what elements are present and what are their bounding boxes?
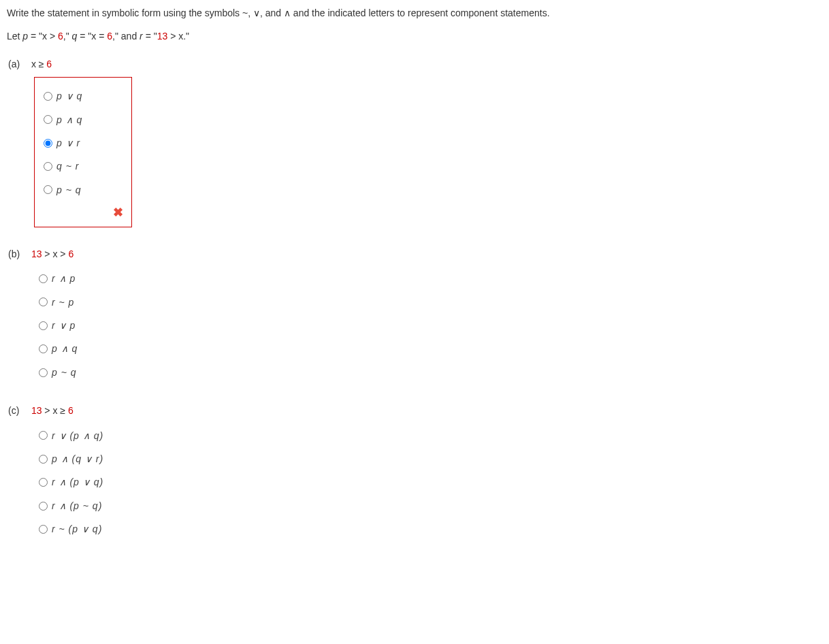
option-text: p ∧ (q ∨ r) xyxy=(52,451,103,466)
r-num: 13 xyxy=(157,31,168,42)
option-row: r ∨ (p ∧ q) xyxy=(34,424,822,447)
option-row: r ∧ (p ∨ q) xyxy=(34,470,822,494)
option-text: r ∧ p xyxy=(52,271,76,286)
r-rest: > x." xyxy=(167,31,189,42)
option-row: r ∧ p xyxy=(34,267,822,290)
r-eq: = " xyxy=(143,31,157,42)
option-text: p ∨ r xyxy=(56,135,80,150)
option-text: r ∨ p xyxy=(52,318,76,333)
option-row: p ~ q xyxy=(34,361,822,384)
part-b: (b) 13 > x > 6 r ∧ p r ~ p r ∨ p p ∧ q p… xyxy=(8,246,822,384)
option-text: p ∨ q xyxy=(56,88,82,103)
part-c-num2: 6 xyxy=(68,405,74,416)
instruction-post: and the indicated letters to represent c… xyxy=(291,7,550,18)
option-text: p ~ q xyxy=(56,182,82,197)
option-row: p ~ q xyxy=(39,178,127,202)
option-row: p ∨ r xyxy=(39,131,127,155)
option-row: p ∧ q xyxy=(34,337,822,360)
part-c-options: r ∨ (p ∧ q) p ∧ (q ∨ r) r ∧ (p ∨ q) r ∧ … xyxy=(34,424,822,541)
part-c: (c) 13 > x ≥ 6 r ∨ (p ∧ q) p ∧ (q ∨ r) r… xyxy=(8,403,822,541)
radio-c-3[interactable] xyxy=(39,478,48,487)
q-close: ," and xyxy=(112,31,140,42)
radio-b-1[interactable] xyxy=(39,274,48,283)
part-a-header: (a) x ≥ 6 xyxy=(8,57,822,71)
part-b-header: (b) 13 > x > 6 xyxy=(8,246,822,261)
q-num: 6 xyxy=(107,31,112,42)
radio-a-4[interactable] xyxy=(44,162,52,171)
part-c-num1: 13 xyxy=(31,405,42,416)
option-row: p ∨ q xyxy=(39,84,127,108)
instruction-text: Write the statement in symbolic form usi… xyxy=(7,5,822,20)
part-a-answer-box: p ∨ q p ∧ q p ∨ r q ~ r p ~ q ✖ xyxy=(34,77,132,227)
option-text: r ∧ (p ∨ q) xyxy=(52,474,103,489)
p-close: ," xyxy=(63,31,72,42)
radio-c-4[interactable] xyxy=(39,502,48,511)
defs-prefix: Let xyxy=(7,31,22,42)
part-a-stmt-prefix: x ≥ xyxy=(31,59,46,69)
part-b-mid: > x > xyxy=(42,248,68,259)
part-b-num2: 6 xyxy=(68,248,74,259)
option-row: r ~ p xyxy=(34,291,822,314)
part-a-options: p ∨ q p ∧ q p ∨ r q ~ r p ~ q ✖ xyxy=(34,77,822,227)
q-eq: = "x = xyxy=(77,31,107,42)
option-text: r ∧ (p ~ q) xyxy=(52,498,102,513)
part-a-label: (a) xyxy=(8,57,29,71)
part-c-label: (c) xyxy=(8,403,29,418)
radio-c-1[interactable] xyxy=(39,431,48,440)
option-row: q ~ r xyxy=(39,155,127,178)
radio-b-5[interactable] xyxy=(39,368,48,377)
p-eq: = "x > xyxy=(28,31,58,42)
part-a-stmt-num: 6 xyxy=(46,59,52,69)
option-text: r ~ (p ∨ q) xyxy=(52,521,102,536)
definitions-line: Let p = "x > 6," q = "x = 6," and r = "1… xyxy=(7,29,822,44)
option-text: p ∧ q xyxy=(52,341,78,356)
part-b-num1: 13 xyxy=(31,248,42,259)
instruction-pre: Write the statement in symbolic form usi… xyxy=(7,7,242,18)
radio-a-5[interactable] xyxy=(44,185,52,194)
option-text: r ∨ (p ∧ q) xyxy=(52,428,103,443)
option-text: p ~ q xyxy=(52,365,77,380)
radio-b-2[interactable] xyxy=(39,297,48,306)
radio-c-5[interactable] xyxy=(39,525,48,534)
radio-a-2[interactable] xyxy=(44,115,52,124)
x-mark-row: ✖ xyxy=(39,202,127,223)
option-row: r ∧ (p ~ q) xyxy=(34,494,822,517)
radio-b-3[interactable] xyxy=(39,321,48,330)
part-c-header: (c) 13 > x ≥ 6 xyxy=(8,403,822,418)
option-text: r ~ p xyxy=(52,295,74,310)
part-b-options: r ∧ p r ~ p r ∨ p p ∧ q p ~ q xyxy=(34,267,822,384)
option-row: p ∧ (q ∨ r) xyxy=(34,447,822,470)
p-var: p xyxy=(22,31,28,42)
radio-a-3[interactable] xyxy=(44,139,52,148)
radio-b-4[interactable] xyxy=(39,344,48,353)
instruction-symbols: ~, ∨, and ∧ xyxy=(242,7,291,18)
radio-c-2[interactable] xyxy=(39,455,48,464)
p-num: 6 xyxy=(58,31,63,42)
option-row: r ∨ p xyxy=(34,314,822,337)
option-row: p ∧ q xyxy=(39,108,127,131)
option-text: q ~ r xyxy=(56,159,79,174)
part-c-mid: > x ≥ xyxy=(42,405,67,416)
incorrect-icon: ✖ xyxy=(113,203,123,223)
part-b-label: (b) xyxy=(8,246,29,261)
option-row: r ~ (p ∨ q) xyxy=(34,517,822,541)
option-text: p ∧ q xyxy=(56,112,82,127)
part-a: (a) x ≥ 6 p ∨ q p ∧ q p ∨ r q ~ r p ~ xyxy=(8,57,822,227)
radio-a-1[interactable] xyxy=(44,92,52,101)
